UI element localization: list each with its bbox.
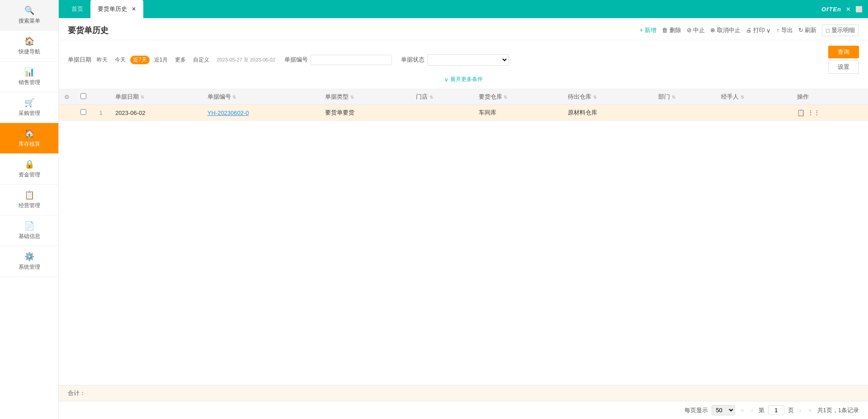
table-col-doc-date-label: 单据日期 bbox=[115, 93, 139, 100]
delete-button[interactable]: 🗑 删除 bbox=[662, 26, 681, 34]
sidebar-item-inventory-calc[interactable]: 🏠 库存核算 bbox=[0, 123, 58, 154]
page-unit-label: 页 bbox=[788, 406, 794, 414]
sidebar-item-finance-mgmt[interactable]: 🔒 资金管理 bbox=[0, 154, 58, 185]
row-view-icon[interactable]: 📋 bbox=[797, 109, 805, 116]
table-col-store[interactable]: 门店 ⇅ bbox=[410, 89, 473, 105]
pagination-summary: 共1页，1条记录 bbox=[817, 406, 859, 414]
doc-status-select[interactable] bbox=[427, 54, 509, 66]
purchase-mgmt-icon: 🛒 bbox=[24, 98, 34, 108]
cancel-stop-button[interactable]: ⊗ 取消中止 bbox=[710, 26, 741, 34]
prev-page-btn[interactable]: ‹ bbox=[750, 406, 755, 414]
select-all-checkbox[interactable] bbox=[80, 93, 86, 99]
stop-button-label: ⊘ 中止 bbox=[687, 26, 705, 34]
sort-req-warehouse-icon: ⇅ bbox=[504, 95, 507, 100]
doc-number-input[interactable] bbox=[311, 55, 392, 65]
new-button[interactable]: + 新增 bbox=[640, 26, 656, 34]
table-row: 1 2023-06-02 YH-20230602-0 要货单要货 车间库 原材料… bbox=[59, 105, 868, 121]
tab-close-icon[interactable]: ✕ bbox=[132, 6, 136, 12]
next-page-btn[interactable]: › bbox=[797, 406, 803, 414]
date-pill-last7days[interactable]: 近7天 bbox=[130, 56, 150, 64]
inventory-calc-icon: 🏠 bbox=[24, 129, 34, 138]
sort-handler-icon: ⇅ bbox=[741, 95, 744, 100]
row-settings-cell bbox=[59, 105, 75, 121]
finance-mgmt-icon: 🔒 bbox=[24, 159, 34, 169]
row-doc-number-link[interactable]: YH-20230602-0 bbox=[208, 110, 249, 116]
row-more-icon[interactable]: ⋮⋮ bbox=[807, 109, 820, 116]
table-col-checkbox bbox=[75, 89, 92, 105]
page-number-input[interactable] bbox=[768, 405, 784, 415]
sidebar-item-sales-mgmt[interactable]: 📊 销售管理 bbox=[0, 62, 58, 92]
sidebar-item-inventory-calc-label: 库存核算 bbox=[19, 140, 40, 148]
print-button-label: 🖨 打印 bbox=[746, 26, 765, 34]
row-handler-cell bbox=[716, 105, 792, 121]
sidebar-item-finance-mgmt-label: 资金管理 bbox=[19, 171, 40, 179]
table-col-action-label: 操作 bbox=[797, 93, 809, 100]
topbar: 首页 要货单历史 ✕ OfTEn ✕ ⬜ bbox=[59, 0, 868, 18]
sidebar-item-system-mgmt-label: 系统管理 bbox=[19, 263, 40, 271]
table-col-pending-warehouse[interactable]: 待出仓库 ⇅ bbox=[562, 89, 653, 105]
quick-nav-icon: 🏠 bbox=[24, 36, 34, 46]
row-doc-number-cell: YH-20230602-0 bbox=[202, 105, 320, 121]
settings-button[interactable]: 设置 bbox=[828, 60, 859, 74]
row-req-warehouse-cell: 车间库 bbox=[473, 105, 562, 121]
doc-status-label: 单据状态 bbox=[401, 56, 425, 64]
refresh-button[interactable]: ↻ 刷新 bbox=[798, 26, 817, 34]
sidebar-item-system-mgmt[interactable]: ⚙️ 系统管理 bbox=[0, 246, 58, 277]
table-col-handler[interactable]: 经手人 ⇅ bbox=[716, 89, 792, 105]
last-page-btn[interactable]: » bbox=[807, 406, 813, 414]
export-button[interactable]: ↑ 导出 bbox=[776, 26, 793, 34]
window-close-icon[interactable]: ✕ bbox=[846, 6, 851, 13]
table-col-doc-number[interactable]: 单据编号 ⇅ bbox=[202, 89, 320, 105]
stop-button[interactable]: ⊘ 中止 bbox=[687, 26, 705, 34]
refresh-button-label: ↻ 刷新 bbox=[798, 26, 817, 34]
sort-pending-warehouse-icon: ⇅ bbox=[593, 95, 597, 100]
table-col-doc-number-label: 单据编号 bbox=[208, 93, 231, 100]
date-pill-yesterday[interactable]: 昨天 bbox=[94, 56, 110, 64]
table-col-doc-type-label: 单据类型 bbox=[325, 93, 349, 100]
expand-more-btn[interactable]: ∨ 展开更多条件 bbox=[68, 74, 859, 85]
table-col-department[interactable]: 部门 ⇅ bbox=[653, 89, 716, 105]
query-button[interactable]: 查询 bbox=[828, 46, 859, 58]
display-detail-checkbox: □ bbox=[826, 27, 830, 34]
table-col-settings[interactable]: ⚙ bbox=[59, 89, 75, 105]
sidebar-item-operations-mgmt-label: 经营管理 bbox=[19, 202, 40, 210]
table-col-doc-type[interactable]: 单据类型 ⇅ bbox=[320, 89, 410, 105]
sidebar-item-purchase-mgmt-label: 采购管理 bbox=[19, 110, 40, 117]
per-page-select[interactable]: 50 20 100 bbox=[712, 405, 735, 415]
sidebar-item-quick-nav[interactable]: 🏠 快捷导航 bbox=[0, 31, 58, 62]
row-department-cell bbox=[653, 105, 716, 121]
tab-home-label: 首页 bbox=[71, 5, 83, 13]
table-col-req-warehouse[interactable]: 要货仓库 ⇅ bbox=[473, 89, 562, 105]
row-doc-date-cell: 2023-06-02 bbox=[110, 105, 202, 121]
tab-order-history-label: 要货单历史 bbox=[98, 5, 127, 13]
table-col-department-label: 部门 bbox=[658, 93, 670, 100]
sidebar-item-operations-mgmt[interactable]: 📋 经营管理 bbox=[0, 185, 58, 215]
date-pill-today[interactable]: 今天 bbox=[112, 56, 128, 64]
print-button[interactable]: 🖨 打印 ∨ bbox=[746, 26, 771, 34]
sidebar: 🔍 搜索菜单 🏠 快捷导航 📊 销售管理 🛒 采购管理 🏠 库存核算 🔒 资金管… bbox=[0, 0, 59, 419]
date-pill-custom[interactable]: 自定义 bbox=[190, 56, 212, 64]
first-page-btn[interactable]: « bbox=[739, 406, 745, 414]
expand-chevron-icon: ∨ bbox=[444, 76, 448, 83]
doc-number-label: 单据编号 bbox=[284, 56, 308, 64]
per-page-label: 每页显示 bbox=[684, 406, 708, 414]
tab-home[interactable]: 首页 bbox=[64, 0, 90, 18]
table-col-doc-date[interactable]: 单据日期 ⇅ bbox=[110, 89, 202, 105]
display-detail-label: 显示明细 bbox=[831, 26, 855, 34]
date-pills: 昨天 今天 近7天 近1月 更多 自定义 bbox=[94, 56, 212, 64]
date-pill-more[interactable]: 更多 bbox=[172, 56, 189, 64]
date-pill-last1month[interactable]: 近1月 bbox=[151, 56, 171, 64]
window-maximize-icon[interactable]: ⬜ bbox=[855, 6, 863, 13]
table-col-num bbox=[92, 89, 110, 105]
sidebar-item-purchase-mgmt[interactable]: 🛒 采购管理 bbox=[0, 92, 58, 123]
sort-store-icon: ⇅ bbox=[429, 95, 433, 100]
sidebar-item-search-menu[interactable]: 🔍 搜索菜单 bbox=[0, 0, 58, 31]
sidebar-item-basic-info[interactable]: 📄 基础信息 bbox=[0, 215, 58, 246]
row-checkbox[interactable] bbox=[80, 109, 86, 115]
doc-date-label: 单据日期 bbox=[68, 56, 91, 64]
filter-area: 单据日期 昨天 今天 近7天 近1月 更多 自定义 2023-05-27 至 2… bbox=[59, 40, 868, 89]
tab-order-history[interactable]: 要货单历史 ✕ bbox=[90, 0, 143, 18]
sales-mgmt-icon: 📊 bbox=[24, 67, 34, 77]
display-detail-toggle[interactable]: □ 显示明细 bbox=[822, 24, 859, 36]
topbar-right: OfTEn ✕ ⬜ bbox=[821, 6, 863, 13]
